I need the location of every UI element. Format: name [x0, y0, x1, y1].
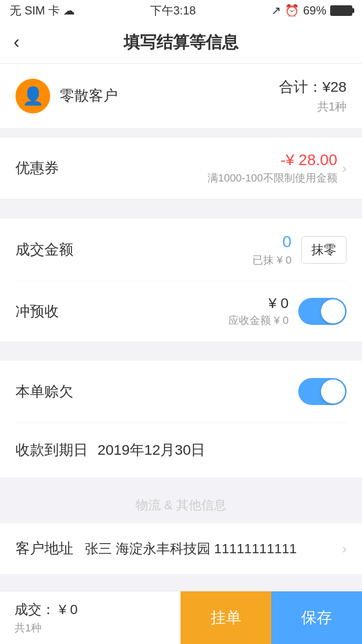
logistics-title: 物流 & 其他信息	[136, 498, 226, 512]
debt-toggle[interactable]	[298, 378, 347, 405]
prereceive-amount: ¥ 0	[228, 295, 289, 311]
address-label: 客户地址	[15, 539, 73, 559]
customer-name: 零散客户	[60, 86, 118, 106]
prereceive-label: 冲预收	[15, 302, 59, 322]
coupon-section: 优惠券 -¥ 28.00 满1000-100不限制使用金额 ›	[0, 138, 362, 199]
bottom-info: 成交： ¥ 0 共1种	[0, 591, 181, 644]
status-bar: 无 SIM 卡 ☁ 下午3:18 ↗ ⏰ 69%	[0, 0, 362, 21]
chevron-right-icon: ›	[342, 161, 347, 176]
coupon-info: -¥ 28.00 满1000-100不限制使用金额	[208, 151, 337, 185]
debt-section: 本单赊欠 收款到期日 2019年12月30日	[0, 361, 362, 477]
battery-icon	[330, 5, 352, 16]
bottom-bar: 成交： ¥ 0 共1种 挂单 保存	[0, 591, 362, 644]
address-row[interactable]: 客户地址 张三 海淀永丰科技园 11111111111 ›	[15, 523, 347, 574]
battery-percent: 69%	[303, 4, 326, 17]
deal-amount-row: 成交金额 0 已抹 ¥ 0 抹零	[15, 219, 347, 281]
coupon-description: 满1000-100不限制使用金额	[208, 171, 337, 185]
bottom-deal-label: 成交：	[14, 602, 55, 617]
deal-amount-label: 成交金额	[15, 240, 73, 260]
deal-amount-info: 0 已抹 ¥ 0	[252, 232, 292, 267]
round-off-button[interactable]: 抹零	[301, 236, 347, 264]
customer-info: 👤 零散客户	[15, 79, 118, 113]
separator-2	[0, 341, 362, 351]
bottom-deal: 成交： ¥ 0	[14, 601, 166, 619]
debt-toggle-thumb	[321, 379, 345, 404]
save-button[interactable]: 保存	[271, 591, 362, 644]
deal-amount-value: 0	[252, 232, 292, 251]
sim-label: 无 SIM 卡 ☁	[10, 3, 75, 18]
customer-total: 合计：¥28 共1种	[279, 77, 347, 114]
debt-label: 本单赊欠	[15, 382, 73, 402]
bottom-count: 共1种	[14, 621, 166, 635]
due-date-row: 收款到期日 2019年12月30日	[15, 423, 347, 477]
address-chevron-icon: ›	[342, 541, 347, 557]
prereceive-info: ¥ 0 应收金额 ¥ 0	[228, 295, 289, 328]
logistics-divider: 物流 & 其他信息	[0, 487, 362, 523]
avatar-icon: 👤	[22, 86, 44, 106]
nav-bar: ‹ 填写结算等信息	[0, 21, 362, 64]
page-title: 填写结算等信息	[124, 31, 238, 54]
bottom-deal-amount: ¥ 0	[59, 602, 78, 617]
deal-right: 0 已抹 ¥ 0 抹零	[252, 232, 347, 267]
prereceive-right: ¥ 0 应收金额 ¥ 0	[228, 295, 347, 328]
separator-1	[0, 209, 362, 219]
address-value: 张三 海淀永丰科技园 11111111111	[85, 540, 342, 558]
deal-amount-sub: 已抹 ¥ 0	[252, 253, 292, 267]
total-count: 共1种	[279, 99, 347, 114]
status-right: ↗ ⏰ 69%	[271, 4, 352, 17]
alarm-icon: ⏰	[285, 4, 299, 17]
debt-row: 本单赊欠	[15, 361, 347, 423]
due-date-value: 2019年12月30日	[97, 440, 205, 460]
prereceive-row: 冲预收 ¥ 0 应收金额 ¥ 0	[15, 281, 347, 341]
hold-button[interactable]: 挂单	[181, 591, 271, 644]
deal-section: 成交金额 0 已抹 ¥ 0 抹零 冲预收 ¥ 0 应收金额 ¥ 0	[0, 219, 362, 341]
coupon-amount: -¥ 28.00	[208, 151, 337, 169]
content-area: 👤 零散客户 合计：¥28 共1种 优惠券 -¥ 28.00 满1000-100…	[0, 64, 362, 632]
address-section: 客户地址 张三 海淀永丰科技园 11111111111 ›	[0, 523, 362, 574]
prereceive-toggle[interactable]	[298, 298, 347, 325]
coupon-row[interactable]: 优惠券 -¥ 28.00 满1000-100不限制使用金额 ›	[0, 138, 362, 199]
coupon-label: 优惠券	[15, 158, 59, 178]
status-time: 下午3:18	[150, 3, 196, 18]
toggle-thumb	[321, 299, 345, 323]
prereceive-sub: 应收金额 ¥ 0	[228, 313, 289, 328]
total-amount: 合计：¥28	[279, 77, 347, 97]
avatar: 👤	[15, 79, 50, 113]
coupon-right: -¥ 28.00 满1000-100不限制使用金额 ›	[208, 151, 347, 185]
status-left: 无 SIM 卡 ☁	[10, 3, 75, 18]
due-date-label: 收款到期日	[15, 440, 88, 460]
location-icon: ↗	[271, 4, 281, 17]
back-button[interactable]: ‹	[14, 32, 20, 53]
customer-section: 👤 零散客户 合计：¥28 共1种	[0, 64, 362, 128]
